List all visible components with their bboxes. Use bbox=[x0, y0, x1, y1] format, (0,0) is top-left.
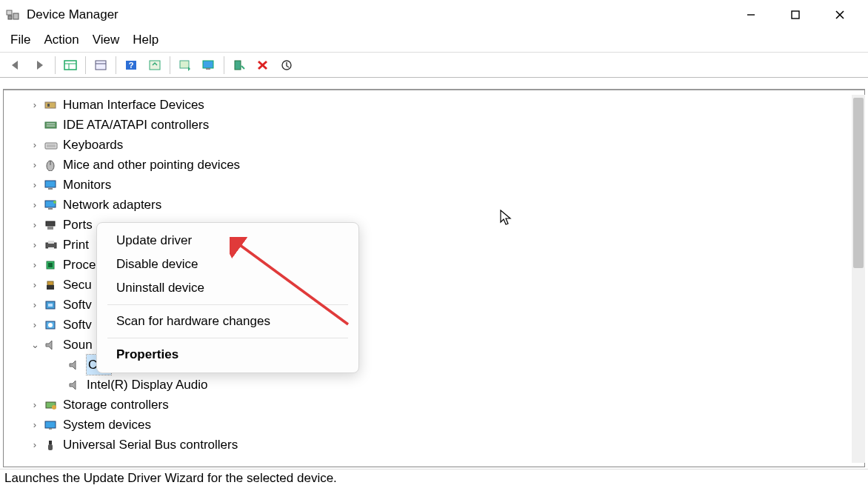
disable-device-button[interactable] bbox=[276, 56, 297, 75]
svg-rect-52 bbox=[45, 421, 56, 428]
svg-rect-55 bbox=[48, 444, 53, 450]
vertical-scrollbar[interactable] bbox=[852, 95, 865, 463]
svg-rect-47 bbox=[48, 304, 53, 307]
collapse-icon[interactable]: ⌄ bbox=[29, 335, 41, 355]
tree-node[interactable]: › Storage controllers bbox=[29, 395, 864, 415]
svg-rect-27 bbox=[45, 143, 57, 149]
expand-icon[interactable]: › bbox=[29, 195, 41, 215]
svg-rect-0 bbox=[7, 10, 12, 15]
svg-rect-10 bbox=[96, 61, 106, 70]
tree-node[interactable]: › Universal Serial Bus controllers bbox=[29, 435, 864, 455]
mouse-icon bbox=[44, 158, 59, 172]
expand-icon[interactable]: › bbox=[29, 135, 41, 155]
svg-rect-53 bbox=[49, 428, 52, 429]
tree-label: Soun bbox=[63, 335, 93, 355]
scan-hardware-button[interactable] bbox=[198, 56, 219, 75]
context-menu: Update driver Disable device Uninstall d… bbox=[96, 222, 359, 373]
tree-label: Human Interface Devices bbox=[63, 95, 204, 115]
svg-point-36 bbox=[53, 201, 56, 204]
update-driver-button[interactable] bbox=[175, 56, 196, 75]
tree-node[interactable]: › System devices bbox=[29, 415, 864, 435]
menu-action[interactable]: Action bbox=[44, 33, 79, 47]
maximize-button[interactable] bbox=[773, 0, 818, 30]
expand-icon[interactable]: › bbox=[29, 415, 41, 435]
titlebar: Device Manager bbox=[0, 0, 868, 30]
svg-rect-4 bbox=[792, 11, 799, 19]
svg-rect-22 bbox=[45, 102, 56, 108]
hid-icon bbox=[44, 98, 59, 112]
svg-rect-2 bbox=[8, 16, 12, 19]
expand-icon[interactable]: › bbox=[29, 175, 41, 195]
window-title: Device Manager bbox=[27, 7, 729, 22]
usb-icon bbox=[44, 438, 59, 452]
svg-rect-35 bbox=[48, 208, 53, 210]
context-menu-disable-device[interactable]: Disable device bbox=[97, 253, 358, 276]
expand-icon[interactable]: › bbox=[29, 295, 41, 315]
svg-rect-39 bbox=[46, 243, 56, 248]
context-menu-scan-hardware[interactable]: Scan for hardware changes bbox=[97, 310, 358, 333]
svg-rect-33 bbox=[48, 188, 53, 190]
expand-icon[interactable]: › bbox=[29, 315, 41, 335]
show-hide-console-button[interactable] bbox=[60, 56, 81, 75]
tree-label: Ports bbox=[63, 215, 93, 235]
help-button[interactable]: ? bbox=[121, 56, 141, 75]
context-menu-update-driver[interactable]: Update driver bbox=[97, 229, 358, 253]
tree-label: Print bbox=[63, 235, 89, 255]
svg-text:?: ? bbox=[129, 61, 134, 70]
menu-help[interactable]: Help bbox=[133, 33, 158, 47]
menu-view[interactable]: View bbox=[93, 33, 120, 47]
svg-rect-41 bbox=[48, 247, 54, 250]
expand-icon[interactable]: › bbox=[29, 155, 41, 175]
close-button[interactable] bbox=[818, 0, 862, 30]
expand-icon[interactable]: › bbox=[29, 395, 41, 415]
action-button[interactable] bbox=[144, 56, 165, 75]
tree-child[interactable]: Intel(R) Display Audio bbox=[67, 375, 864, 395]
window-controls bbox=[729, 0, 862, 30]
svg-rect-44 bbox=[47, 281, 53, 285]
toolbar-separator bbox=[170, 56, 170, 74]
properties-button[interactable] bbox=[90, 56, 111, 75]
nav-forward-button[interactable] bbox=[30, 56, 50, 75]
svg-rect-43 bbox=[48, 263, 53, 267]
tree-label: Monitors bbox=[63, 175, 111, 195]
expand-icon[interactable]: › bbox=[29, 275, 41, 295]
tree-node[interactable]: › Monitors bbox=[29, 175, 864, 195]
tree-node[interactable]: › Human Interface Devices bbox=[29, 95, 864, 115]
context-menu-uninstall-device[interactable]: Uninstall device bbox=[97, 276, 358, 300]
svg-rect-18 bbox=[235, 61, 241, 70]
uninstall-device-button[interactable] bbox=[253, 56, 273, 75]
tree-label: Softv bbox=[63, 315, 92, 335]
minimize-button[interactable] bbox=[729, 0, 773, 30]
svg-rect-15 bbox=[180, 61, 189, 68]
tree-node[interactable]: › Mice and other pointing devices bbox=[29, 155, 864, 175]
monitor-icon bbox=[44, 178, 59, 192]
expand-icon[interactable]: › bbox=[29, 255, 41, 275]
ports-icon bbox=[44, 218, 59, 232]
tree-label: IDE ATA/ATAPI controllers bbox=[63, 115, 209, 135]
software-component-icon bbox=[44, 298, 59, 312]
statusbar: Launches the Update Driver Wizard for th… bbox=[0, 469, 868, 488]
system-device-icon bbox=[44, 418, 59, 432]
tree-label: Universal Serial Bus controllers bbox=[63, 435, 238, 455]
enable-device-button[interactable] bbox=[229, 56, 250, 75]
network-icon bbox=[44, 198, 59, 212]
svg-rect-54 bbox=[49, 441, 52, 444]
svg-rect-24 bbox=[45, 122, 56, 128]
toolbar-separator bbox=[224, 56, 224, 74]
nav-back-button[interactable] bbox=[6, 56, 27, 75]
statusbar-text: Launches the Update Driver Wizard for th… bbox=[4, 471, 337, 485]
printer-icon bbox=[44, 238, 59, 252]
tree-label: Secu bbox=[63, 275, 92, 295]
expand-icon[interactable]: › bbox=[29, 215, 41, 235]
scrollbar-thumb[interactable] bbox=[853, 98, 864, 268]
svg-rect-32 bbox=[45, 181, 56, 187]
tree-node[interactable]: › Keyboards bbox=[29, 135, 864, 155]
context-menu-properties[interactable]: Properties bbox=[97, 343, 358, 367]
tree-node[interactable]: IDE ATA/ATAPI controllers bbox=[29, 115, 864, 135]
expand-icon[interactable]: › bbox=[29, 235, 41, 255]
expand-icon[interactable]: › bbox=[29, 95, 41, 115]
tree-label: Proce bbox=[63, 255, 96, 275]
expand-icon[interactable]: › bbox=[29, 435, 41, 455]
tree-node[interactable]: › Network adapters bbox=[29, 195, 864, 215]
menu-file[interactable]: File bbox=[10, 33, 30, 47]
